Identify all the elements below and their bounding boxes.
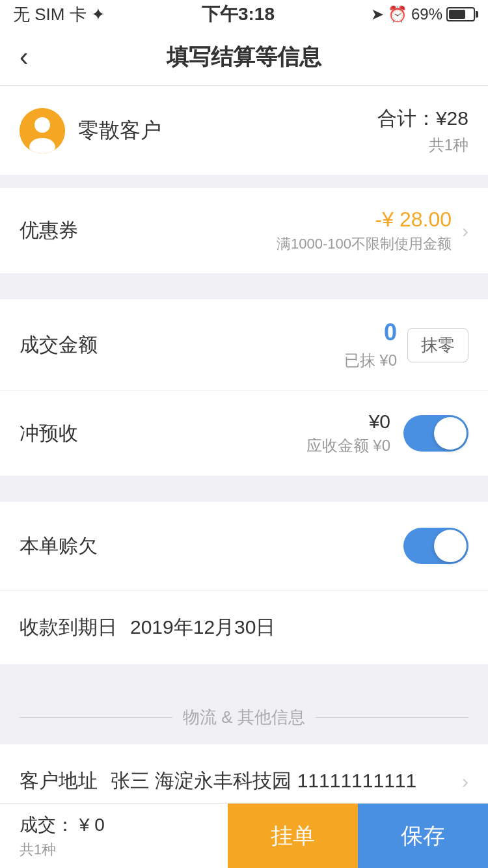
divider-2 — [0, 489, 488, 502]
bottom-deal-row: 成交： ¥ 0 — [20, 813, 208, 837]
coupon-value-group: -¥ 28.00 满1000-100不限制使用金额 — [277, 208, 452, 254]
back-button[interactable]: ‹ — [20, 42, 28, 72]
battery-icon — [446, 7, 475, 21]
due-date-row: 收款到期日 2019年12月30日 — [0, 591, 488, 664]
amount-value[interactable]: 0 — [344, 319, 397, 346]
logistics-label: 物流 & 其他信息 — [183, 706, 305, 729]
bottom-deal-label: 成交： — [20, 815, 74, 835]
pre-receive-values: ¥0 应收金额 ¥0 — [306, 411, 390, 456]
status-bar: 无 SIM 卡 ✦ 下午3:18 ➤ ⏰ 69% — [0, 0, 488, 29]
pre-receive-amount: ¥0 — [306, 411, 390, 433]
bottom-info: 成交： ¥ 0 共1种 — [0, 813, 228, 860]
coupon-section: 优惠券 -¥ 28.00 满1000-100不限制使用金额 › — [0, 188, 488, 273]
coupon-row[interactable]: 优惠券 -¥ 28.00 满1000-100不限制使用金额 › — [0, 188, 488, 273]
nav-bar: ‹ 填写结算等信息 — [0, 29, 488, 86]
address-value: 张三 海淀永丰科技园 11111111111 — [111, 768, 462, 794]
address-label: 客户地址 — [20, 768, 98, 794]
transaction-section: 成交金额 0 已抹 ¥0 抹零 冲预收 ¥0 应收金额 ¥0 — [0, 299, 488, 476]
divider-line-left — [20, 717, 172, 718]
pre-receive-row: 冲预收 ¥0 应收金额 ¥0 — [0, 391, 488, 476]
address-chevron: › — [462, 770, 468, 793]
debt-row: 本单赊欠 — [0, 502, 488, 591]
total-count: 共1种 — [377, 135, 468, 156]
divider-1 — [0, 286, 488, 299]
coupon-amount: -¥ 28.00 — [277, 208, 452, 232]
debt-toggle-knob — [434, 530, 467, 562]
avatar — [20, 108, 65, 154]
page-title: 填写结算等信息 — [167, 42, 321, 72]
bottom-bar: 成交： ¥ 0 共1种 挂单 保存 — [0, 803, 488, 868]
status-left: 无 SIM 卡 ✦ — [13, 3, 105, 26]
battery-percent: 69% — [411, 5, 442, 23]
location-icon: ➤ — [371, 5, 384, 23]
divider-line-right — [316, 717, 468, 718]
save-button[interactable]: 保存 — [358, 804, 488, 869]
customer-name: 零散客户 — [78, 116, 161, 145]
customer-left: 零散客户 — [20, 108, 161, 154]
coupon-label: 优惠券 — [20, 217, 78, 244]
bottom-count: 共1种 — [20, 840, 208, 860]
content: 零散客户 合计：¥28 共1种 优惠券 -¥ 28.00 满1000-100不限… — [0, 86, 488, 868]
debt-section: 本单赊欠 收款到期日 2019年12月30日 — [0, 502, 488, 664]
pre-receive-label: 冲预收 — [20, 420, 78, 447]
debt-label: 本单赊欠 — [20, 533, 98, 560]
sim-status: 无 SIM 卡 ✦ — [13, 3, 105, 26]
round-button[interactable]: 抹零 — [407, 328, 468, 362]
logistics-divider: 物流 & 其他信息 — [0, 690, 488, 744]
svg-point-1 — [34, 117, 50, 133]
coupon-chevron: › — [462, 220, 468, 242]
due-date-label: 收款到期日 — [20, 614, 117, 641]
amount-row: 成交金额 0 已抹 ¥0 抹零 — [0, 299, 488, 391]
toggle-knob — [434, 417, 467, 450]
status-right: ➤ ⏰ 69% — [371, 5, 475, 23]
pre-receive-receivable: 应收金额 ¥0 — [306, 435, 390, 456]
amount-label: 成交金额 — [20, 332, 98, 359]
customer-row: 零散客户 合计：¥28 共1种 — [0, 86, 488, 175]
debt-toggle[interactable] — [403, 528, 468, 564]
customer-summary: 合计：¥28 共1种 — [377, 105, 468, 156]
status-time: 下午3:18 — [202, 2, 275, 27]
amount-input-area: 0 已抹 ¥0 抹零 — [344, 319, 468, 371]
hold-button[interactable]: 挂单 — [228, 804, 358, 869]
divider-3 — [0, 677, 488, 690]
alarm-icon: ⏰ — [388, 5, 407, 23]
already-rounded: 已抹 ¥0 — [344, 350, 397, 371]
due-date-value[interactable]: 2019年12月30日 — [130, 614, 275, 641]
bottom-deal-amount: ¥ 0 — [79, 815, 105, 835]
pre-receive-toggle[interactable] — [403, 415, 468, 452]
total-amount: 合计：¥28 — [377, 105, 468, 132]
logistics-section: 物流 & 其他信息 — [0, 690, 488, 744]
coupon-right: -¥ 28.00 满1000-100不限制使用金额 › — [277, 208, 468, 254]
coupon-desc: 满1000-100不限制使用金额 — [277, 234, 452, 254]
